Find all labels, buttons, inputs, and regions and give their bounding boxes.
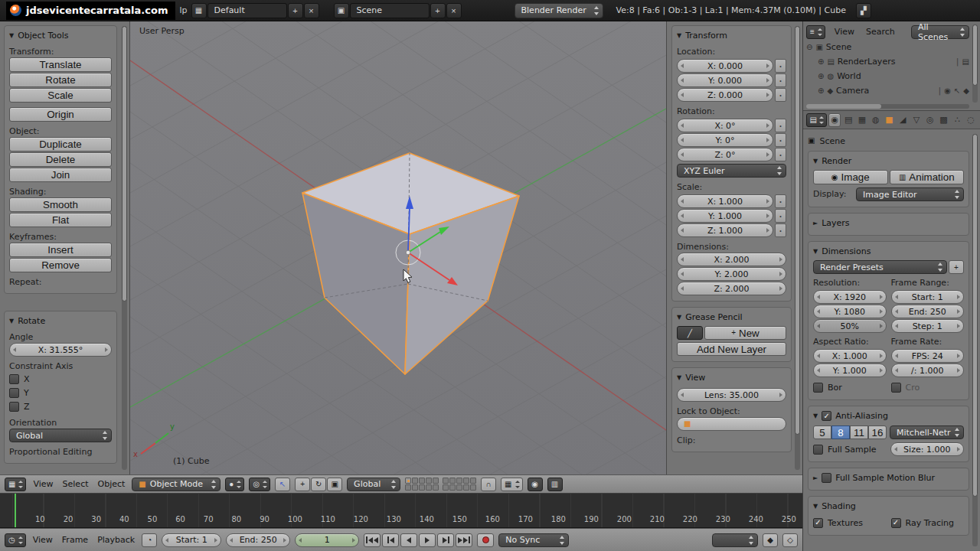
scrollbar-thumb[interactable] <box>972 24 978 86</box>
play-reverse-button[interactable] <box>400 533 417 547</box>
render-animation-button[interactable]: ▥ Animation <box>890 170 965 184</box>
location-z-field[interactable]: Z: 0.000 <box>677 88 773 102</box>
select-menu[interactable]: Select <box>60 479 91 489</box>
display-dropdown[interactable]: Image Editor <box>856 187 964 201</box>
end-frame-field[interactable]: End: 250 <box>226 533 290 547</box>
lock-rotation-z-button[interactable]: • <box>775 148 786 161</box>
viewport-editor-type-button[interactable]: ▦ <box>5 478 26 491</box>
preview-range-toggle[interactable]: ◔ <box>142 533 157 547</box>
manipulator-center[interactable] <box>406 250 410 255</box>
constraint-y-row[interactable]: Y <box>9 386 112 399</box>
aa-samples-16-button[interactable]: 16 <box>868 425 887 439</box>
dimension-x-field[interactable]: X: 2.000 <box>677 253 786 266</box>
tab-render-layers[interactable]: ▤ <box>842 113 854 127</box>
item-label[interactable]: Scene <box>826 42 852 52</box>
lock-location-y-button[interactable]: • <box>775 73 786 87</box>
tab-physics[interactable]: ◌ <box>965 113 977 127</box>
constraint-x-checkbox[interactable] <box>9 374 19 384</box>
item-label[interactable]: World <box>837 71 861 81</box>
cube-object[interactable] <box>302 153 519 374</box>
ray-tracing-row[interactable]: ✓ Ray Tracing <box>891 516 965 530</box>
insert-keyframe-icon-button[interactable]: ◆ <box>763 533 778 547</box>
scene-name-field[interactable]: Scene <box>350 3 430 18</box>
lock-rotation-y-button[interactable]: • <box>775 133 786 147</box>
play-button[interactable] <box>419 533 436 547</box>
scale-z-field[interactable]: Z: 1.000 <box>677 223 773 237</box>
screen-layout-add-button[interactable]: + <box>288 3 303 18</box>
scene-add-button[interactable]: + <box>430 3 446 18</box>
location-y-field[interactable]: Y: 0.000 <box>677 73 773 87</box>
manipulator-rotate-button[interactable]: ↻ <box>311 478 326 491</box>
add-preset-button[interactable]: + <box>949 260 964 274</box>
item-label[interactable]: Camera <box>836 86 869 96</box>
scene-browse-button[interactable]: ▣ <box>334 3 349 18</box>
dimension-z-field[interactable]: Z: 2.000 <box>677 282 786 295</box>
aa-samples-5-button[interactable]: 5 <box>813 425 831 439</box>
outliner-row-camera[interactable]: ⊕ ◆ Camera | ◉ ↖ ◆ <box>806 83 969 98</box>
lock-scale-x-button[interactable]: • <box>775 194 786 208</box>
grease-pencil-panel-header[interactable]: ▼ Grease Pencil <box>677 311 786 324</box>
layer-group-1[interactable] <box>405 478 439 491</box>
window-duplicate-button[interactable]: ▞ <box>856 3 871 18</box>
location-x-field[interactable]: X: 0.000 <box>677 59 773 73</box>
fsmb-checkbox[interactable] <box>822 473 831 483</box>
next-keyframe-button[interactable] <box>437 533 454 547</box>
tab-object[interactable]: ■ <box>884 113 896 127</box>
translate-button[interactable]: Translate <box>9 57 112 72</box>
timeline-frame-menu[interactable]: Frame <box>60 535 90 545</box>
render-panel-header[interactable]: ▼ Render <box>813 155 964 168</box>
add-new-layer-button[interactable]: Add New Layer <box>677 342 786 356</box>
screen-layout-name-field[interactable]: Default <box>207 3 287 18</box>
timeline-view-menu[interactable]: View <box>31 535 55 545</box>
join-button[interactable]: Join <box>9 168 112 182</box>
full-sample-checkbox[interactable] <box>813 445 823 455</box>
timeline-playback-menu[interactable]: Playback <box>95 535 137 545</box>
item-label[interactable]: RenderLayers <box>838 57 896 67</box>
angle-field[interactable]: X: 31.555° <box>9 343 112 357</box>
pivot-point-button[interactable]: ◎ <box>249 478 270 491</box>
scrollbar-thumb[interactable] <box>795 26 800 435</box>
aspect-x-field[interactable]: X: 1.000 <box>813 349 887 363</box>
resolution-x-field[interactable]: X: 1920 <box>813 290 887 304</box>
frame-end-field[interactable]: End: 250 <box>891 305 965 318</box>
lock-scale-z-button[interactable]: • <box>775 223 786 237</box>
transform-panel-header[interactable]: ▼ Transform <box>677 29 786 42</box>
properties-scrollbar[interactable] <box>972 134 978 546</box>
view-menu[interactable]: View <box>31 479 55 489</box>
scene-delete-button[interactable]: × <box>446 3 462 18</box>
object-tools-panel-header[interactable]: ▼ Object Tools <box>9 29 112 42</box>
orientation-dropdown[interactable]: Global <box>9 429 112 442</box>
tool-shelf-scrollbar[interactable] <box>122 26 127 470</box>
insert-keyframe-button[interactable]: Insert <box>9 243 112 257</box>
outliner-horizontal-scrollbar[interactable] <box>806 104 969 109</box>
render-engine-dropdown[interactable]: Blender Render <box>514 3 603 18</box>
expand-icon[interactable]: ⊕ <box>818 72 824 80</box>
scrollbar-thumb[interactable] <box>122 26 127 302</box>
flat-button[interactable]: Flat <box>9 213 112 227</box>
snap-toggle-button[interactable]: ∩ <box>481 478 496 491</box>
lock-to-object-field[interactable]: ■ <box>677 417 786 431</box>
dimension-y-field[interactable]: Y: 2.000 <box>677 267 786 281</box>
crop-checkbox[interactable] <box>891 383 901 393</box>
aa-samples-11-button[interactable]: 11 <box>850 425 868 439</box>
textures-row[interactable]: ✓ Textures <box>813 516 887 530</box>
transform-orientation-dropdown[interactable]: Global <box>347 478 400 491</box>
lens-field[interactable]: Lens: 35.000 <box>677 388 786 402</box>
lock-rotation-x-button[interactable]: • <box>775 119 786 132</box>
constraint-y-checkbox[interactable] <box>9 388 19 398</box>
expand-icon[interactable]: ⊕ <box>818 57 824 66</box>
aa-samples-8-button[interactable]: 8 <box>831 425 850 439</box>
full-sample-row[interactable]: Full Sample <box>813 442 886 456</box>
object-menu[interactable]: Object <box>96 479 128 489</box>
layer-cell-active[interactable] <box>405 478 411 484</box>
tab-material[interactable]: ◎ <box>924 113 936 127</box>
ray-tracing-checkbox[interactable]: ✓ <box>891 518 901 528</box>
render-image-button[interactable]: ◉ Image <box>813 170 888 184</box>
rotation-x-field[interactable]: X: 0° <box>677 119 773 132</box>
fsmb-panel-header[interactable]: ► Full Sample Motion Blur <box>813 471 964 484</box>
dimensions-panel-header[interactable]: ▼ Dimensions <box>813 245 964 258</box>
render-presets-dropdown[interactable]: Render Presets <box>813 260 947 274</box>
outliner-row-world[interactable]: ⊕ ◍ World <box>806 69 969 83</box>
n-panel-scrollbar[interactable] <box>795 26 800 470</box>
origin-button[interactable]: Origin <box>9 107 112 122</box>
